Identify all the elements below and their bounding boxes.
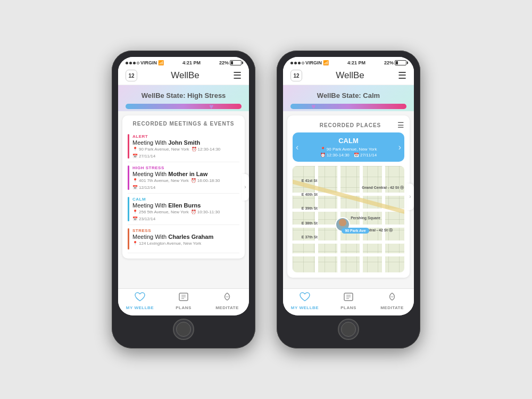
content-area-1: RECORDED MEETINGS & EVENTS ALERT Meeting… [118,111,249,288]
calm-arrow-right[interactable]: › [398,143,401,152]
signal-dot-2-2 [294,62,297,64]
meeting-meta-4: 📍124 Lexington Avenue, New York [132,241,239,246]
phone-1-screen: VIRGIN 📶 4:21 PM 22% 12 WellBe ☰ [118,57,249,315]
stress-bar-1 [126,104,242,109]
phone-2: VIRGIN 📶 4:21 PM 22% 12 WellBe ☰ [277,51,420,348]
meeting-accent-2 [128,165,129,190]
stress-bar-2 [290,104,406,109]
meeting-accent-3 [128,197,129,221]
meetings-card-title: RECORDED MEETINGS & EVENTS [128,121,239,127]
battery-fill-2 [396,61,398,64]
status-left-2: VIRGIN 📶 [290,60,329,65]
signal-dot-3 [133,62,136,64]
map-container: Grand Central - 42 St ⓢ Pershing Square … [293,166,404,272]
meeting-label-2: HIGH STRESS [132,165,239,170]
menu-icon-2[interactable]: ☰ [398,70,406,81]
nav-badge-1: 12 [126,70,137,81]
places-card-header: RECORDED PLACES ☰ [293,121,404,129]
map-label-7: E 38th St [302,221,318,225]
home-button-1[interactable] [173,319,194,340]
meeting-accent-4 [128,228,129,250]
heart-indicator-2: ♥ [311,102,315,111]
meeting-body-1: ALERT Meeting With John Smith 📍90 Park A… [132,134,239,159]
carrier-label: VIRGIN [140,60,157,65]
calm-card: ‹ CALM 📍 90 Park Avenue, New York ⏰ 12:3… [293,132,404,162]
side-chevron-1[interactable]: › [242,174,249,201]
road-h-4 [293,240,404,244]
signal-dots [126,62,139,64]
calm-card-title: CALM [299,137,398,145]
hero-area-2: WellBe State: Calm ♥ [283,85,414,111]
meeting-body-4: STRESS Meeting With Charles Graham 📍124 … [132,228,239,246]
meeting-body-2: HIGH STRESS Meeting With Mother in Law 📍… [132,165,239,190]
tab-label-meditate-2: MEDITATE [380,305,404,310]
home-button-inner-1 [176,322,191,337]
status-bar-1: VIRGIN 📶 4:21 PM 22% [118,57,249,66]
phone-1: VIRGIN 📶 4:21 PM 22% 12 WellBe ☰ [112,51,255,348]
map-label-4: E 41st St [302,179,318,182]
carrier-label-2: VIRGIN [305,60,322,65]
tab-mywellbe-1[interactable]: MY WELLBE [118,292,162,310]
meeting-item-2[interactable]: HIGH STRESS Meeting With Mother in Law 📍… [128,162,239,194]
state-value-2: Calm [363,92,380,99]
tab-plans-1[interactable]: PLANS [162,292,205,310]
heart-indicator-1: ♥ [209,102,213,111]
meeting-name-4: Meeting With Charles Graham [132,234,239,240]
tab-label-meditate-1: MEDITATE [215,305,239,310]
phone-1-content: VIRGIN 📶 4:21 PM 22% 12 WellBe ☰ [118,57,249,315]
battery-bar [230,60,242,65]
nav-bar-1: 12 WellBe ☰ [118,66,249,85]
time-label-2: 4:21 PM [347,60,365,65]
tab-label-plans-2: PLANS [340,305,356,310]
phone-2-content: VIRGIN 📶 4:21 PM 22% 12 WellBe ☰ [283,57,414,315]
state-label-2: WellBe State: [317,92,361,99]
state-value-1: High Stress [187,92,226,99]
signal-dot-2-1 [290,62,293,64]
calm-arrow-left[interactable]: ‹ [296,143,298,152]
app-title-2: WellBe [336,70,364,81]
content-area-2: RECORDED PLACES ☰ ‹ CALM 📍 90 Park Avenu… [283,111,414,288]
signal-dot-2-4 [302,62,304,64]
home-button-2[interactable] [338,319,359,340]
tab-icon-wellbe-2 [300,292,310,304]
time-label: 4:21 PM [182,60,201,65]
tab-label-plans-1: PLANS [176,305,192,310]
meeting-item-3[interactable]: CALM Meeting With Ellen Burns 📍256 5th A… [128,194,239,225]
battery-indicator: 22% [219,60,242,65]
signal-dot-4 [137,62,139,64]
meeting-label-3: CALM [132,197,239,202]
places-card-title: RECORDED PLACES [320,122,381,128]
meeting-item-1[interactable]: ALERT Meeting With John Smith 📍90 Park A… [128,131,239,162]
tab-icon-plans-2 [343,292,354,304]
menu-icon-1[interactable]: ☰ [233,70,242,81]
tab-label-wellbe-1: MY WELLBE [126,305,154,310]
map-label-6: E 39th St [302,206,318,210]
map-label-1: Grand Central - 42 St ⓢ [362,185,404,190]
meeting-name-2: Meeting With Mother in Law [132,171,239,177]
nav-badge-2: 12 [290,70,302,81]
places-card: RECORDED PLACES ☰ ‹ CALM 📍 90 Park Avenu… [287,115,410,278]
meeting-meta-2: 📍401 7th Avenue, New York ⏰16:00-18:30 📅… [132,178,239,190]
hero-area-1: WellBe State: High Stress ♥ [118,85,249,111]
battery-bar-2 [395,60,406,65]
map-label-8: E 37th St [302,235,318,239]
meeting-accent-1 [128,134,129,159]
stress-bar-container-2: ♥ [290,104,406,109]
meeting-item-4[interactable]: STRESS Meeting With Charles Graham 📍124 … [128,225,239,253]
tab-label-wellbe-2: MY WELLBE [291,305,319,310]
meeting-name-1: Meeting With John Smith [132,139,239,146]
list-icon[interactable]: ☰ [397,121,404,129]
tab-plans-2[interactable]: PLANS [327,292,370,310]
battery-percent: 22% [219,60,229,65]
tab-icon-meditate-2 [387,292,397,304]
signal-dots-2 [290,62,304,64]
tab-icon-wellbe-1 [135,292,145,304]
tab-icon-plans-1 [178,292,189,304]
side-chevron-2[interactable]: › [406,184,414,210]
tab-meditate-2[interactable]: MEDITATE [370,292,414,310]
tab-mywellbe-2[interactable]: MY WELLBE [283,292,327,310]
app-title-1: WellBe [171,70,200,81]
wellbe-state-2: WellBe State: Calm [290,92,406,99]
meetings-card: RECORDED MEETINGS & EVENTS ALERT Meeting… [122,115,245,259]
tab-meditate-1[interactable]: MEDITATE [205,292,249,310]
